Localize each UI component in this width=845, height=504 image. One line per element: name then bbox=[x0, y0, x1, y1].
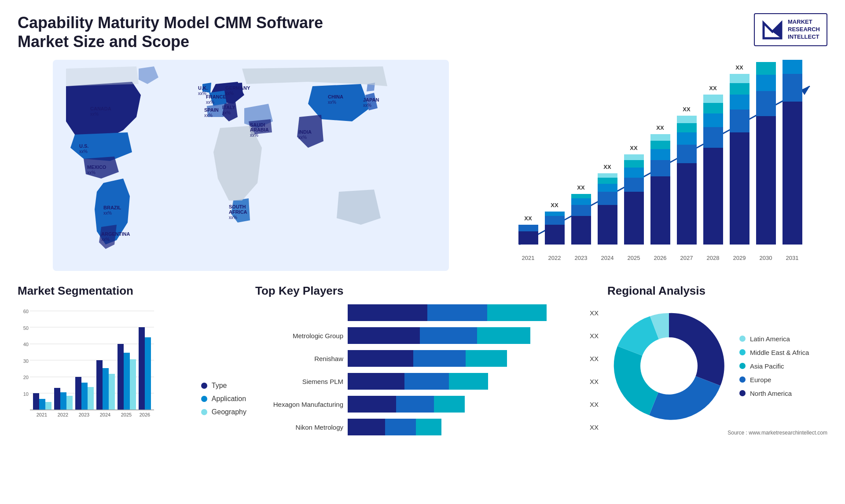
table-row: XX bbox=[255, 304, 599, 321]
bar-seg1 bbox=[348, 304, 427, 321]
svg-rect-54 bbox=[598, 184, 617, 192]
regional-dot-apac bbox=[739, 363, 746, 369]
svg-rect-119 bbox=[39, 399, 45, 410]
svg-text:2031: 2031 bbox=[786, 255, 799, 261]
svg-text:FRANCE: FRANCE bbox=[206, 94, 226, 99]
player-bar-2 bbox=[348, 327, 530, 344]
bar-chart-svg: XX 2021 XX 2022 XX 2023 bbox=[493, 60, 827, 271]
regional-label-apac: Asia Pacific bbox=[750, 362, 784, 370]
svg-rect-96 bbox=[756, 75, 776, 91]
map-container: CANADA xx% U.S. xx% MEXICO xx% BRAZIL xx… bbox=[18, 60, 484, 271]
bar-seg3 bbox=[477, 327, 530, 344]
svg-text:SPAIN: SPAIN bbox=[204, 107, 219, 113]
player-name-4: Siemens PLM bbox=[255, 378, 343, 385]
svg-text:xx%: xx% bbox=[363, 103, 371, 108]
svg-rect-83 bbox=[703, 103, 723, 113]
players-container: Top Key Players XX Met bbox=[255, 284, 599, 442]
bar-seg1 bbox=[348, 327, 420, 344]
svg-rect-84 bbox=[703, 95, 723, 103]
player-value-6: XX bbox=[590, 424, 599, 431]
player-name-2: Metrologic Group bbox=[255, 332, 343, 340]
players-bars: XX Metrologic Group XX bbox=[255, 304, 599, 435]
player-value-2: XX bbox=[590, 332, 599, 340]
player-value-3: XX bbox=[590, 355, 599, 362]
bar-chart-container: XX 2021 XX 2022 XX 2023 bbox=[493, 60, 827, 271]
bar-seg3 bbox=[416, 419, 441, 435]
svg-rect-67 bbox=[650, 160, 670, 176]
svg-text:XX: XX bbox=[577, 184, 585, 191]
svg-rect-69 bbox=[650, 141, 670, 149]
svg-text:2025: 2025 bbox=[121, 412, 132, 417]
svg-text:AFRICA: AFRICA bbox=[229, 209, 247, 215]
logo-area: MARKET RESEARCH INTELLECT bbox=[754, 13, 827, 46]
regional-label-na: North America bbox=[750, 390, 792, 397]
player-bar-wrapper-6 bbox=[348, 419, 582, 435]
svg-text:XX: XX bbox=[630, 145, 638, 151]
svg-rect-87 bbox=[730, 132, 749, 245]
svg-rect-37 bbox=[518, 231, 538, 245]
svg-rect-126 bbox=[88, 387, 94, 410]
svg-rect-102 bbox=[783, 60, 802, 74]
page-wrapper: Capability Maturity Model CMM Software M… bbox=[0, 0, 845, 504]
regional-dot-europe bbox=[739, 376, 746, 383]
svg-rect-77 bbox=[677, 116, 697, 123]
player-bar-wrapper-4 bbox=[348, 373, 582, 390]
svg-rect-48 bbox=[571, 198, 591, 205]
logo-text: MARKET RESEARCH INTELLECT bbox=[788, 18, 820, 41]
svg-rect-123 bbox=[66, 396, 73, 410]
svg-marker-1 bbox=[772, 23, 781, 38]
svg-rect-89 bbox=[730, 95, 749, 110]
bar-seg2 bbox=[420, 327, 477, 344]
svg-text:xx%: xx% bbox=[222, 110, 231, 115]
svg-rect-66 bbox=[650, 176, 670, 245]
svg-rect-127 bbox=[96, 360, 103, 410]
world-map-svg: CANADA xx% U.S. xx% MEXICO xx% BRAZIL xx… bbox=[18, 60, 484, 271]
legend-label-geography: Geography bbox=[212, 408, 246, 416]
svg-rect-90 bbox=[730, 83, 749, 95]
svg-text:2021: 2021 bbox=[37, 412, 47, 417]
svg-rect-55 bbox=[598, 178, 617, 184]
table-row: Hexagon Manufacturing XX bbox=[255, 396, 599, 413]
svg-rect-124 bbox=[75, 377, 81, 410]
svg-text:xx%: xx% bbox=[204, 113, 213, 118]
regional-legend-item-na: North America bbox=[739, 390, 809, 397]
svg-text:U.S.: U.S. bbox=[79, 143, 88, 149]
svg-rect-47 bbox=[571, 205, 591, 216]
bar-seg3 bbox=[487, 304, 547, 321]
svg-rect-132 bbox=[130, 359, 136, 410]
svg-text:2026: 2026 bbox=[140, 412, 150, 417]
svg-text:xx%: xx% bbox=[225, 91, 234, 96]
svg-text:2027: 2027 bbox=[680, 255, 693, 261]
svg-text:2028: 2028 bbox=[707, 255, 720, 261]
svg-text:20: 20 bbox=[23, 375, 29, 380]
svg-text:2026: 2026 bbox=[654, 255, 667, 261]
bar-seg3 bbox=[466, 350, 507, 367]
regional-label-latin: Latin America bbox=[750, 335, 790, 343]
svg-text:ARGENTINA: ARGENTINA bbox=[101, 231, 130, 237]
legend-item-geography: Geography bbox=[201, 408, 246, 416]
legend-label-type: Type bbox=[212, 382, 227, 390]
bar-seg2 bbox=[396, 396, 434, 413]
table-row: Nikon Metrology XX bbox=[255, 419, 599, 435]
svg-text:CANADA: CANADA bbox=[90, 106, 111, 111]
player-name-5: Hexagon Manufacturing bbox=[255, 401, 343, 408]
bar-seg3 bbox=[449, 373, 488, 390]
svg-rect-95 bbox=[756, 91, 776, 116]
svg-rect-63 bbox=[624, 154, 644, 160]
svg-text:XX: XX bbox=[735, 64, 743, 71]
svg-text:INDIA: INDIA bbox=[298, 129, 312, 135]
svg-rect-80 bbox=[703, 148, 723, 245]
svg-rect-125 bbox=[81, 383, 88, 410]
svg-rect-59 bbox=[624, 192, 644, 245]
svg-rect-43 bbox=[545, 212, 565, 216]
regional-dot-mea bbox=[739, 349, 746, 355]
svg-text:2022: 2022 bbox=[548, 255, 561, 261]
legend-dot-geography bbox=[201, 409, 207, 415]
page-title: Capability Maturity Model CMM Software M… bbox=[18, 13, 326, 51]
svg-rect-97 bbox=[756, 62, 776, 75]
svg-rect-91 bbox=[730, 74, 749, 83]
player-bar-4 bbox=[348, 373, 488, 390]
bar-seg2 bbox=[404, 373, 449, 390]
regional-legend-item-mea: Middle East & Africa bbox=[739, 349, 809, 356]
legend-label-application: Application bbox=[212, 395, 246, 403]
